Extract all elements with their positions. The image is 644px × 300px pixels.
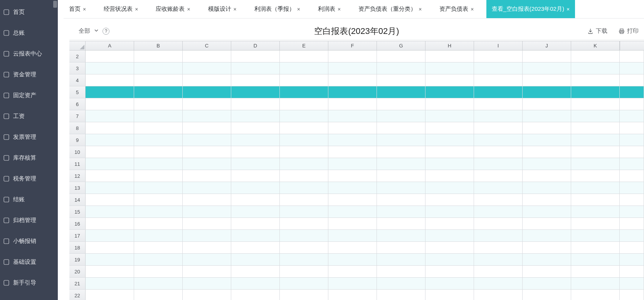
cell[interactable] [523, 158, 571, 170]
cell[interactable] [328, 158, 377, 170]
cell[interactable] [134, 62, 183, 74]
cell[interactable] [134, 242, 183, 253]
cell[interactable] [425, 122, 474, 134]
cell[interactable] [523, 242, 571, 253]
cell[interactable] [183, 266, 231, 277]
cell[interactable] [474, 194, 523, 206]
column-header[interactable]: D [231, 41, 280, 50]
cell[interactable] [620, 98, 644, 110]
sidebar-item-payroll[interactable]: 工资 [0, 106, 58, 126]
close-icon[interactable]: × [567, 6, 570, 12]
cell[interactable] [425, 278, 474, 289]
cell[interactable] [328, 86, 377, 98]
sidebar-item-ledger[interactable]: 总账 [0, 22, 58, 43]
cell[interactable] [474, 62, 523, 74]
cell[interactable] [571, 86, 620, 98]
cell[interactable] [523, 266, 571, 277]
cell[interactable] [474, 74, 523, 86]
cell[interactable] [183, 86, 231, 98]
cell[interactable] [523, 146, 571, 158]
cell[interactable] [231, 278, 280, 289]
cell[interactable] [86, 290, 134, 300]
cell[interactable] [183, 182, 231, 194]
row-header[interactable]: 13 [69, 182, 86, 194]
cell[interactable] [328, 51, 377, 62]
cell[interactable] [134, 74, 183, 86]
cell[interactable] [86, 206, 134, 217]
tab-2[interactable]: 应收账龄表× [150, 0, 195, 18]
column-header[interactable]: A [86, 41, 134, 50]
sidebar-item-home[interactable]: 首页 [0, 2, 58, 22]
row-header[interactable]: 10 [69, 146, 86, 158]
cell[interactable] [328, 182, 377, 194]
cell[interactable] [523, 134, 571, 146]
cell[interactable] [474, 290, 523, 300]
cell[interactable] [377, 266, 425, 277]
cell[interactable] [328, 218, 377, 229]
cell[interactable] [86, 278, 134, 289]
cell[interactable] [620, 170, 644, 182]
cell[interactable] [523, 206, 571, 217]
cell[interactable] [474, 230, 523, 241]
cell[interactable] [620, 266, 644, 277]
column-header[interactable] [620, 41, 620, 50]
cell[interactable] [474, 86, 523, 98]
cell[interactable] [183, 170, 231, 182]
cell[interactable] [474, 134, 523, 146]
sidebar-item-asset[interactable]: 固定资产 [0, 85, 58, 106]
cell[interactable] [571, 206, 620, 217]
cell[interactable] [328, 242, 377, 253]
cell[interactable] [571, 51, 620, 62]
cell[interactable] [377, 182, 425, 194]
row-header[interactable]: 22 [69, 290, 86, 300]
cell[interactable] [280, 254, 328, 265]
cell[interactable] [231, 182, 280, 194]
cell[interactable] [231, 194, 280, 206]
cell[interactable] [280, 51, 328, 62]
cell[interactable] [231, 134, 280, 146]
column-header[interactable]: J [523, 41, 571, 50]
cell[interactable] [134, 230, 183, 241]
cell[interactable] [377, 74, 425, 86]
cell[interactable] [571, 98, 620, 110]
cell[interactable] [474, 110, 523, 122]
sidebar-item-settings[interactable]: 基础设置 [0, 251, 58, 272]
cell[interactable] [134, 134, 183, 146]
close-icon[interactable]: × [135, 6, 138, 12]
cell[interactable] [377, 242, 425, 253]
tab-6[interactable]: 资产负债表（重分类）× [353, 0, 427, 18]
help-icon[interactable]: ? [103, 28, 109, 35]
cell[interactable] [620, 110, 644, 122]
sidebar-item-tax[interactable]: 税务管理 [0, 168, 58, 189]
cell[interactable] [474, 206, 523, 217]
download-button[interactable]: 下载 [587, 27, 607, 35]
cell[interactable] [280, 170, 328, 182]
cell[interactable] [523, 254, 571, 265]
cell[interactable] [183, 158, 231, 170]
cell[interactable] [231, 158, 280, 170]
filter-dropdown[interactable]: 全部 ? [79, 27, 109, 35]
cell[interactable] [328, 290, 377, 300]
cell[interactable] [231, 98, 280, 110]
cell[interactable] [183, 146, 231, 158]
cell[interactable] [328, 134, 377, 146]
cell[interactable] [183, 74, 231, 86]
cell[interactable] [474, 242, 523, 253]
sidebar-item-archive[interactable]: 归档管理 [0, 210, 58, 231]
print-button[interactable]: 打印 [618, 27, 639, 35]
cell[interactable] [183, 206, 231, 217]
cell[interactable] [571, 110, 620, 122]
cell[interactable] [231, 51, 280, 62]
cell[interactable] [523, 278, 571, 289]
cell[interactable] [134, 290, 183, 300]
cell[interactable] [183, 62, 231, 74]
cell[interactable] [377, 290, 425, 300]
cell[interactable] [425, 206, 474, 217]
cell[interactable] [231, 86, 280, 98]
cell[interactable] [86, 182, 134, 194]
cell[interactable] [377, 51, 425, 62]
sidebar-item-report[interactable]: 云报表中心 [0, 43, 58, 64]
cell[interactable] [328, 122, 377, 134]
cell[interactable] [183, 51, 231, 62]
cell[interactable] [571, 266, 620, 277]
